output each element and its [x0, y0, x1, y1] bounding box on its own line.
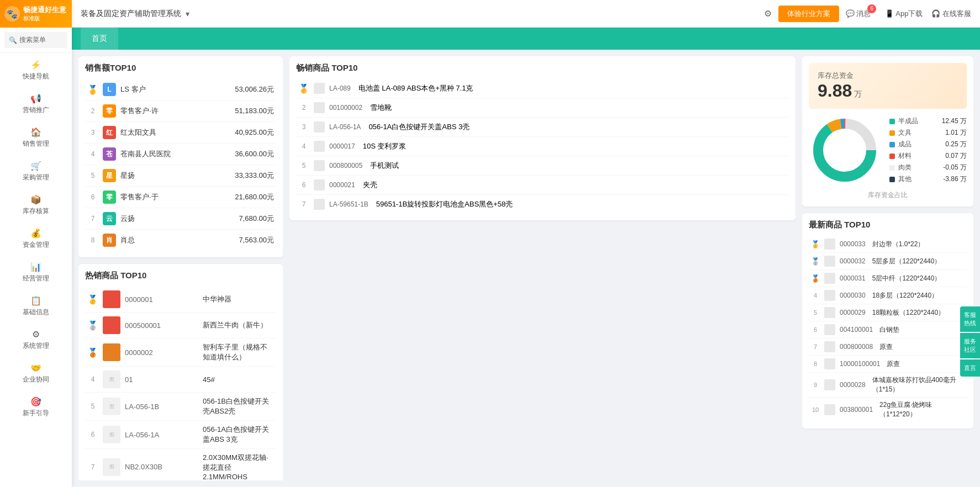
inventory-icon: 📦: [30, 194, 41, 205]
latest-product-item[interactable]: 10 003800001 22g鱼豆腐·烧烤味（1*12*20）: [809, 398, 967, 422]
middle-product-img: [314, 102, 325, 113]
logo-icon: 🐾: [4, 6, 20, 22]
middle-product-item[interactable]: 🥇 LA-089 电池盖 LA-089 ABS本色+黑种 7.1克: [296, 79, 789, 98]
legend-value: 0.07 万: [945, 151, 967, 161]
middle-product-img: [314, 199, 325, 210]
hot-product-item[interactable]: 🥉 0000002 智利车子里（规格不知道填什么）: [85, 338, 276, 367]
latest-product-name: 18多层（1220*2440）: [872, 291, 965, 300]
latest-product-name: 体城嘉枚味苏打饮品400毫升（1*15）: [872, 375, 965, 394]
product-code: NB2.0X30B: [125, 463, 196, 471]
service-community-btn[interactable]: 服务社区: [960, 333, 980, 358]
legend-value: 12.45 万: [942, 117, 967, 126]
product-img-placeholder: 图: [103, 370, 120, 388]
messages-action[interactable]: 💬 消息6: [846, 9, 877, 19]
latest-product-item[interactable]: 5 0000029 18颗粒板（1220*2440）: [809, 304, 967, 321]
latest-product-item[interactable]: 9 0000028 体城嘉枚味苏打饮品400毫升（1*15）: [809, 373, 967, 398]
product-name: 智利车子里（规格不知道填什么）: [203, 342, 274, 362]
donut-chart: [809, 114, 881, 186]
sidebar: 🐾 畅捷通好生意 标准版 🔍 搜索菜单 ⚡ 快捷导航 📢 营销推广 🏠 销售管理…: [0, 0, 72, 487]
customer-list-item[interactable]: 5 星 星扬 33,333.00元: [85, 165, 276, 187]
middle-product-item[interactable]: 2 001000002 雪地靴: [296, 98, 789, 118]
customer-list-item[interactable]: 6 零 零售客户·于 21,680.00元: [85, 187, 276, 208]
rank-num: 5: [811, 309, 820, 316]
nav-item-cooperation[interactable]: 🤝 企业协同: [3, 357, 69, 390]
hot-products-title: 热销商品 TOP10: [85, 271, 276, 281]
latest-product-item[interactable]: 🥈 0000032 5层多层（1220*2440）: [809, 253, 967, 270]
customer-list-item[interactable]: 7 云 云扬 7,680.00元: [85, 208, 276, 230]
content-area: 销售额TOP10 🥇 L LS 客户 53,006.26元 2 零 零售客户·许…: [72, 50, 980, 487]
online-service-action[interactable]: 🎧 在线客服: [931, 9, 971, 19]
latest-product-item[interactable]: 6 004100001 白钢垫: [809, 321, 967, 338]
purchase-label: 采购管理: [23, 173, 49, 182]
rank-num: 4: [811, 292, 820, 299]
header-actions: 💬 消息6 📱 App下载 🎧 在线客服: [846, 9, 971, 19]
search-section: 🔍 搜索菜单: [0, 28, 72, 53]
trial-button[interactable]: 体验行业方案: [778, 6, 839, 22]
latest-product-item[interactable]: 🥉 0000031 5层中纤（1220*2440）: [809, 270, 967, 287]
latest-product-name: 18颗粒板（1220*2440）: [872, 308, 965, 317]
legend-dot: [889, 130, 895, 136]
latest-product-item[interactable]: 🥇 0000033 封边带（1.0*22）: [809, 236, 967, 253]
product-img-placeholder: 图: [103, 458, 120, 476]
nav-item-guide[interactable]: 🎯 新手引导: [3, 391, 69, 424]
nav-item-operations[interactable]: 📊 经营管理: [3, 256, 69, 289]
product-code: LA-056-1A: [125, 431, 196, 439]
middle-product-code: 0000021: [329, 181, 355, 189]
message-badge: 6: [867, 4, 876, 13]
nav-item-marketing[interactable]: 📢 营销推广: [3, 88, 69, 120]
settings-icon[interactable]: ⚙: [764, 8, 772, 19]
inventory-unit: 万: [854, 89, 862, 98]
latest-product-item[interactable]: 4 0000030 18多层（1220*2440）: [809, 287, 967, 304]
legend-value: 0.25 万: [945, 140, 967, 149]
nav-item-basic-info[interactable]: 📋 基础信息: [3, 290, 69, 322]
header: 装备及固定资产辅助管理系统 ▾ ⚙ 体验行业方案 💬 消息6 📱 App下载 🎧…: [72, 0, 980, 28]
customer-service-btn[interactable]: 客服热线: [960, 306, 980, 332]
rank-num: 2: [87, 107, 98, 115]
rank-num: 7: [298, 200, 309, 208]
app-download-action[interactable]: 📱 App下载: [885, 9, 923, 19]
customer-list-item[interactable]: 8 肖 肖总 7,563.00元: [85, 230, 276, 251]
hot-product-item[interactable]: 5 图 LA-056-1B 056-1B白色按键开关壳ABS2壳: [85, 393, 276, 421]
product-code: 000500001: [125, 321, 196, 330]
middle-product-item[interactable]: 4 0000017 10S 变利罗浆: [296, 137, 789, 156]
middle-product-item[interactable]: 6 0000021 夹壳: [296, 176, 789, 195]
rank-num: 6: [87, 193, 98, 201]
product-code: 0000002: [125, 348, 196, 357]
latest-product-img: [824, 404, 835, 415]
latest-product-item[interactable]: 7 000800008 原查: [809, 338, 967, 356]
customer-list-item[interactable]: 4 苍 苍南县人民医院 36,600.00元: [85, 144, 276, 165]
nav-item-quick-nav[interactable]: ⚡ 快捷导航: [3, 54, 69, 87]
customer-value: 33,333.00元: [235, 171, 274, 181]
search-menu-button[interactable]: 🔍 搜索菜单: [4, 32, 67, 48]
middle-product-code: 0000017: [329, 142, 355, 150]
rank-num: 5: [298, 162, 309, 170]
product-name: 新西兰牛肉（新牛）: [203, 320, 274, 330]
quick-nav-label: 快捷导航: [23, 72, 49, 81]
product-name: 056-1A白色按键开关盖ABS 3克: [203, 425, 274, 444]
system-dropdown[interactable]: ▾: [186, 9, 189, 18]
nav-item-sales[interactable]: 🏠 销售管理: [3, 121, 69, 154]
latest-product-img: [824, 307, 835, 318]
middle-product-code: LA-056-1A: [329, 123, 361, 131]
hot-product-item[interactable]: 7 图 NB2.0X30B 2.0X30MM双搓花轴·搓花直径2.1MM/ROH…: [85, 449, 276, 480]
nav-item-purchase[interactable]: 🛒 采购管理: [3, 155, 69, 188]
hot-product-item[interactable]: 🥈 000500001 新西兰牛肉（新牛）: [85, 313, 276, 338]
search-menu-label: 搜索菜单: [19, 35, 46, 45]
nav-item-finance[interactable]: 💰 资金管理: [3, 223, 69, 255]
latest-product-item[interactable]: 8 10000100001 原查: [809, 356, 967, 373]
customer-list-item[interactable]: 3 红 红太阳文具 40,925.00元: [85, 122, 276, 144]
middle-product-item[interactable]: 3 LA-056-1A 056-1A白色按键开关盖ABS 3壳: [296, 118, 789, 137]
tab-home[interactable]: 首页: [81, 28, 118, 50]
hot-product-item[interactable]: 🥇 0000001 中华神器: [85, 287, 276, 313]
customer-list-item[interactable]: 🥇 L LS 客户 53,006.26元: [85, 79, 276, 100]
rank-num: 3: [298, 123, 309, 131]
middle-product-item[interactable]: 7 LA-59651-1B 59651-1B旋转投影灯电池盒ABS黑色+58壳: [296, 195, 789, 214]
customer-list-item[interactable]: 2 零 零售客户·许 51,183.00元: [85, 100, 276, 122]
middle-product-item[interactable]: 5 000800005 手机测试: [296, 156, 789, 176]
system-label: 系统管理: [23, 341, 49, 351]
hot-product-item[interactable]: 4 图 01 45#: [85, 367, 276, 393]
direct-speech-btn[interactable]: 直言: [960, 359, 980, 377]
hot-product-item[interactable]: 6 图 LA-056-1A 056-1A白色按键开关盖ABS 3克: [85, 421, 276, 449]
nav-item-inventory[interactable]: 📦 库存核算: [3, 189, 69, 221]
nav-item-system[interactable]: ⚙ 系统管理: [3, 324, 69, 356]
